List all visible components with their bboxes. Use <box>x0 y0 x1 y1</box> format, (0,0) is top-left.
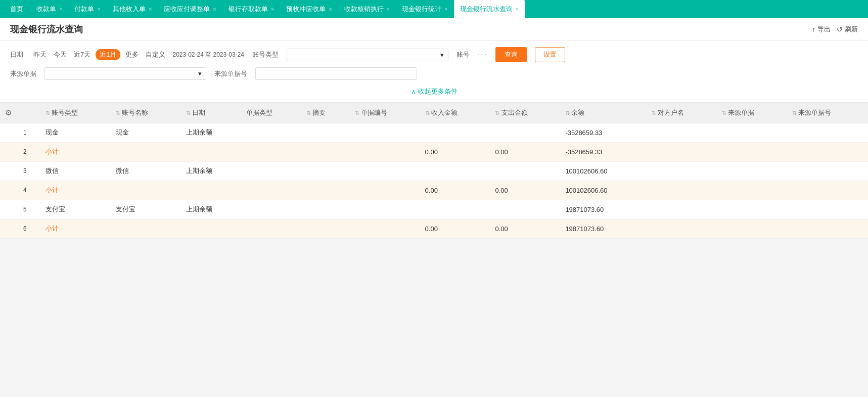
collapse-button[interactable]: ∧ 收起更多条件 <box>411 87 458 96</box>
row-doc-no-5 <box>350 219 420 238</box>
row-doc-no-0 <box>350 123 420 142</box>
row-doc-no-3 <box>350 181 420 200</box>
nav-tab-label-6: 收款核销执行 <box>344 5 384 14</box>
nav-tab-0[interactable]: 收款单× <box>30 0 68 18</box>
row-source-doc-2 <box>717 161 787 181</box>
row-doc-no-4 <box>350 200 420 219</box>
row-expense-2 <box>490 161 560 181</box>
row-no-2: 3 <box>18 161 40 181</box>
nav-tab-1[interactable]: 付款单× <box>68 0 106 18</box>
nav-tab-2[interactable]: 其他收入单× <box>107 0 158 18</box>
row-summary-2 <box>301 161 350 181</box>
table-row: 3 微信 微信 上期余额 100102606.60 <box>0 161 868 181</box>
settings-button[interactable]: 设置 <box>535 47 565 62</box>
nav-tab-close-7[interactable]: × <box>444 6 447 12</box>
row-gear-1 <box>0 142 18 161</box>
th-gear: ⚙ <box>0 103 18 123</box>
refresh-button[interactable]: ↺ 刷新 <box>837 25 858 34</box>
row-source-doc-4 <box>717 200 787 219</box>
nav-tab-close-6[interactable]: × <box>387 6 390 12</box>
row-source-doc-no-3 <box>787 181 868 200</box>
th-account-type[interactable]: 账号类型 <box>40 103 111 123</box>
date-yesterday[interactable]: 昨天 <box>31 49 49 60</box>
row-account-name-3 <box>111 181 181 200</box>
export-label: 导出 <box>817 25 831 34</box>
row-summary-4 <box>301 200 350 219</box>
row-account-type-3: 小计 <box>40 181 111 200</box>
row-balance-4: 19871073.60 <box>560 200 646 219</box>
collapse-label: 收起更多条件 <box>418 87 458 96</box>
nav-tab-close-3[interactable]: × <box>213 6 216 12</box>
nav-tab-5[interactable]: 预收冲应收单× <box>280 0 338 18</box>
row-doc-type-4 <box>241 200 301 219</box>
th-counterparty[interactable]: 对方户名 <box>647 103 717 123</box>
row-doc-type-2 <box>241 161 301 181</box>
table-row: 5 支付宝 支付宝 上期余额 19871073.60 <box>0 200 868 219</box>
th-no <box>18 103 40 123</box>
nav-tab-close-8[interactable]: × <box>516 6 519 12</box>
row-source-doc-5 <box>717 219 787 238</box>
source-doc-label: 来源单据 <box>10 69 36 78</box>
th-account-name[interactable]: 账号名称 <box>111 103 181 123</box>
nav-tab-close-5[interactable]: × <box>329 6 332 12</box>
table-area: ⚙ 账号类型 账号名称 日期 单据类型 摘要 单据编号 收入金额 支出金额 余额… <box>0 103 868 239</box>
refresh-icon: ↺ <box>837 25 843 33</box>
date-custom[interactable]: 自定义 <box>144 49 167 60</box>
nav-tab-label-8: 现金银行流水查询 <box>460 5 513 14</box>
export-icon: ↑ <box>812 25 815 33</box>
row-date-3 <box>181 181 241 200</box>
date-today[interactable]: 今天 <box>52 49 69 60</box>
row-source-doc-0 <box>717 123 787 142</box>
filter-row-2: 来源单据 ▾ 来源单据号 <box>10 67 858 80</box>
row-expense-4 <box>490 200 560 219</box>
row-balance-2: 100102606.60 <box>560 161 646 181</box>
th-summary[interactable]: 摘要 <box>301 103 350 123</box>
nav-tab-close-0[interactable]: × <box>59 6 62 12</box>
account-more-icon[interactable]: ··· <box>478 50 487 59</box>
row-source-doc-3 <box>717 181 787 200</box>
nav-tab-4[interactable]: 银行存取款单× <box>222 0 280 18</box>
th-source-doc[interactable]: 来源单据 <box>717 103 787 123</box>
date-label: 日期 <box>10 50 23 59</box>
account-label: 账号 <box>456 50 470 59</box>
th-source-doc-no[interactable]: 来源单据号 <box>787 103 868 123</box>
nav-tab-6[interactable]: 收款核销执行× <box>338 0 396 18</box>
row-expense-1: 0.00 <box>490 142 560 161</box>
date-more[interactable]: 更多 <box>123 49 141 60</box>
account-type-select[interactable]: ▾ <box>287 49 448 61</box>
row-account-type-2: 微信 <box>40 161 111 181</box>
source-doc-no-label: 来源单据号 <box>214 69 247 78</box>
nav-tab-close-4[interactable]: × <box>271 6 274 12</box>
data-table: ⚙ 账号类型 账号名称 日期 单据类型 摘要 单据编号 收入金额 支出金额 余额… <box>0 103 868 239</box>
date-1month[interactable]: 近1月 <box>96 49 120 60</box>
nav-tab-close-2[interactable]: × <box>149 6 152 12</box>
th-balance[interactable]: 余额 <box>560 103 646 123</box>
row-source-doc-no-2 <box>787 161 868 181</box>
th-expense[interactable]: 支出金额 <box>490 103 560 123</box>
th-date[interactable]: 日期 <box>181 103 241 123</box>
page-title: 现金银行流水查询 <box>10 23 83 35</box>
row-account-name-2: 微信 <box>111 161 181 181</box>
row-counterparty-5 <box>647 219 717 238</box>
nav-tab-7[interactable]: 现金银行统计× <box>396 0 453 18</box>
date-7days[interactable]: 近7天 <box>72 49 93 60</box>
row-income-3: 0.00 <box>420 181 490 200</box>
export-button[interactable]: ↑ 导出 <box>812 25 831 34</box>
source-doc-no-input[interactable] <box>255 67 417 80</box>
source-doc-select[interactable]: ▾ <box>44 67 206 80</box>
th-income[interactable]: 收入金额 <box>420 103 490 123</box>
row-account-name-4: 支付宝 <box>111 200 181 219</box>
nav-home[interactable]: 首页 <box>4 0 29 18</box>
header-actions: ↑ 导出 ↺ 刷新 <box>812 25 858 34</box>
nav-tab-3[interactable]: 应收应付调整单× <box>158 0 222 18</box>
gear-icon[interactable]: ⚙ <box>5 108 12 117</box>
nav-tab-close-1[interactable]: × <box>97 6 100 12</box>
row-doc-type-3 <box>241 181 301 200</box>
row-source-doc-no-1 <box>787 142 868 161</box>
row-balance-5: 19871073.60 <box>560 219 646 238</box>
row-date-1 <box>181 142 241 161</box>
nav-tab-8[interactable]: 现金银行流水查询× <box>454 0 525 18</box>
collapse-row: ∧ 收起更多条件 <box>10 85 858 96</box>
query-button[interactable]: 查询 <box>495 47 527 62</box>
th-doc-no[interactable]: 单据编号 <box>350 103 420 123</box>
